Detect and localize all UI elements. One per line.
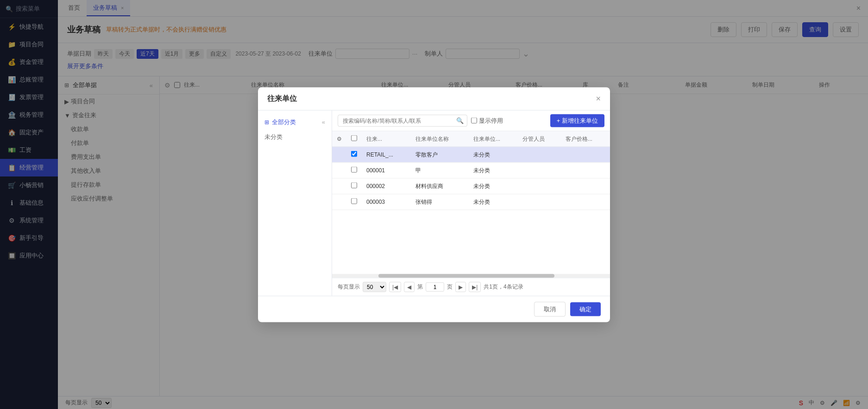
counterpart-table: ⚙ 往来... 往来单位名称 往来单位... 分管人员 客户价格... RETA…	[332, 131, 610, 210]
dialog-search-input[interactable]	[338, 114, 467, 126]
row-settings-3	[332, 194, 346, 210]
row-check-3	[346, 194, 362, 210]
cancel-button[interactable]: 取消	[534, 302, 566, 316]
row-manager-3	[518, 194, 561, 210]
row-manager-0	[518, 147, 561, 163]
dialog-sidebar: ⊞ 全部分类 « 未分类	[258, 110, 332, 296]
table-row[interactable]: 000002 材料供应商 未分类	[332, 178, 610, 194]
row-code-3: 000003	[362, 194, 411, 210]
row-settings-1	[332, 163, 346, 178]
row-manager-1	[518, 163, 561, 178]
page-word: 第	[417, 283, 423, 291]
row-category-3: 未分类	[469, 194, 518, 210]
row-name-3: 张销得	[411, 194, 469, 210]
dialog-scrollbar-area	[332, 274, 610, 277]
row-price-1	[561, 163, 610, 178]
dialog-toolbar: 🔍 显示停用 + 新增往来单位	[332, 110, 610, 131]
dialog-body: ⊞ 全部分类 « 未分类 🔍 显示停用 + 新增往来单位	[258, 110, 610, 296]
show-disabled-checkbox[interactable]	[471, 118, 477, 124]
dialog-search-icon: 🔍	[456, 117, 464, 124]
last-page-btn[interactable]: ▶|	[469, 282, 481, 292]
dialog-sidebar-title: 全部分类	[272, 118, 296, 126]
dialog-sidebar-unclassified-label: 未分类	[264, 133, 283, 140]
row-price-0	[561, 147, 610, 163]
row-category-0: 未分类	[469, 147, 518, 163]
sidebar-grid-icon: ⊞	[264, 119, 269, 125]
row-settings-2	[332, 178, 346, 194]
dialog-table-pagination: 每页显示 50 20 100 |◀ ◀ 第 页 ▶ ▶| 共1页，4条记录	[332, 277, 610, 296]
row-checkbox-3[interactable]	[351, 198, 357, 204]
row-category-2: 未分类	[469, 178, 518, 194]
dialog-sidebar-collapse-btn[interactable]: «	[322, 119, 325, 126]
col-manager-header: 分管人员	[518, 131, 561, 147]
row-category-1: 未分类	[469, 163, 518, 178]
dialog-main: 🔍 显示停用 + 新增往来单位 ⚙ 往来... 往来单位名称	[332, 110, 610, 296]
dialog-sidebar-header: ⊞ 全部分类 «	[258, 114, 332, 130]
confirm-button[interactable]: 确定	[570, 302, 601, 316]
row-checkbox-1[interactable]	[351, 167, 357, 173]
per-page-label: 每页显示	[338, 283, 360, 291]
show-disabled-label[interactable]: 显示停用	[471, 116, 503, 125]
row-checkbox-2[interactable]	[351, 182, 357, 189]
dialog-close-btn[interactable]: ×	[596, 94, 601, 103]
counterpart-dialog: 往来单位 × ⊞ 全部分类 « 未分类 🔍 显示停用	[258, 87, 610, 322]
table-row[interactable]: 000001 甲 未分类	[332, 163, 610, 178]
row-name-2: 材料供应商	[411, 178, 469, 194]
row-check-0	[346, 147, 362, 163]
row-check-1	[346, 163, 362, 178]
table-header-row: ⚙ 往来... 往来单位名称 往来单位... 分管人员 客户价格...	[332, 131, 610, 147]
row-price-3	[561, 194, 610, 210]
row-settings-0	[332, 147, 346, 163]
col-code-header: 往来...	[362, 131, 411, 147]
col-check-header	[346, 131, 362, 147]
row-name-0: 零散客户	[411, 147, 469, 163]
col-settings-header: ⚙	[332, 131, 346, 147]
dialog-header: 往来单位 ×	[258, 87, 610, 110]
page-suffix: 页	[447, 283, 453, 291]
prev-page-btn[interactable]: ◀	[404, 282, 415, 292]
row-price-2	[561, 178, 610, 194]
dialog-table: ⚙ 往来... 往来单位名称 往来单位... 分管人员 客户价格... RETA…	[332, 131, 610, 274]
first-page-btn[interactable]: |◀	[389, 282, 401, 292]
next-page-btn[interactable]: ▶	[455, 282, 466, 292]
dialog-scrollbar-thumb[interactable]	[378, 274, 554, 277]
row-checkbox-0[interactable]	[351, 151, 357, 157]
row-check-2	[346, 178, 362, 194]
row-code-2: 000002	[362, 178, 411, 194]
dialog-sidebar-unclassified[interactable]: 未分类	[258, 130, 332, 144]
per-page-select[interactable]: 50 20 100	[363, 282, 386, 292]
row-manager-2	[518, 178, 561, 194]
row-name-1: 甲	[411, 163, 469, 178]
total-label: 共1页，4条记录	[484, 283, 523, 291]
page-number-input[interactable]	[426, 282, 444, 291]
dialog-actions: 取消 确定	[258, 296, 610, 322]
row-code-0: RETAIL_...	[362, 147, 411, 163]
row-code-1: 000001	[362, 163, 411, 178]
add-counterpart-btn[interactable]: + 新增往来单位	[550, 114, 604, 127]
dialog-title: 往来单位	[267, 94, 297, 103]
table-row[interactable]: 000003 张销得 未分类	[332, 194, 610, 210]
col-name-header: 往来单位名称	[411, 131, 469, 147]
dialog-search-wrap: 🔍	[338, 114, 467, 126]
table-select-all[interactable]	[351, 135, 357, 141]
table-row[interactable]: RETAIL_... 零散客户 未分类	[332, 147, 610, 163]
col-category-header: 往来单位...	[469, 131, 518, 147]
show-disabled-text: 显示停用	[479, 116, 503, 125]
col-price-header: 客户价格...	[561, 131, 610, 147]
